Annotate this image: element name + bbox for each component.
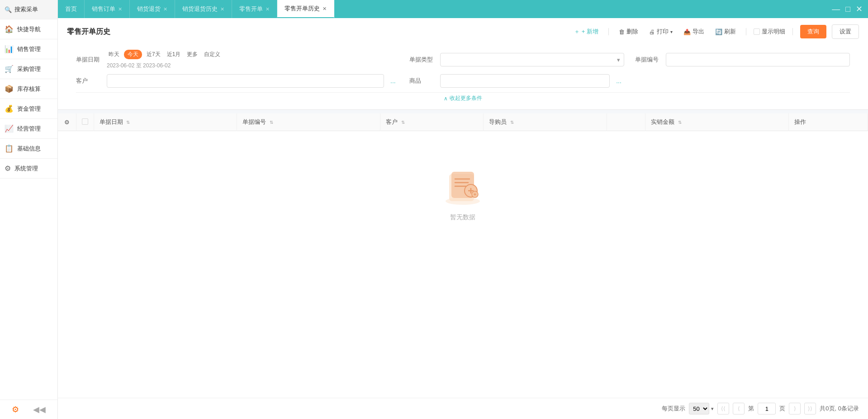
- date-shortcuts: 昨天 今天 近7天 近1月 更多 自定义 2023-06-02 至 2023-0…: [107, 50, 222, 70]
- prev-page-btn[interactable]: ⟨: [733, 403, 745, 414]
- sidebar-item-system-label: 系统管理: [14, 165, 38, 173]
- tab-sales-return-history[interactable]: 销货退货历史 ✕: [175, 0, 232, 18]
- empty-text: 暂无数据: [450, 213, 475, 221]
- col-amount[interactable]: 实销金额 ⇅: [645, 113, 789, 131]
- tab-home[interactable]: 首页: [58, 0, 85, 18]
- tab-retail-open-close[interactable]: ✕: [266, 6, 270, 12]
- sidebar-search[interactable]: 🔍 搜索采单: [0, 0, 57, 19]
- date-btn-more[interactable]: 更多: [185, 50, 199, 59]
- per-page-select[interactable]: 50: [689, 403, 709, 414]
- collapse-button[interactable]: ∧ 收起更多条件: [444, 94, 482, 102]
- chart-icon: 📊: [5, 45, 14, 53]
- date-btn-1month[interactable]: 近1月: [165, 50, 183, 59]
- home-icon: 🏠: [5, 25, 14, 33]
- export-button[interactable]: 📤 导出: [681, 26, 707, 38]
- doc-no-label: 单据编号: [635, 56, 662, 64]
- tab-sales-return[interactable]: 销货退货 ✕: [130, 0, 175, 18]
- settings-button[interactable]: 设置: [832, 24, 859, 39]
- first-page-btn[interactable]: ⟨⟨: [717, 403, 729, 414]
- toolbar-sep-3: [792, 28, 793, 35]
- col-salesperson[interactable]: 导购员 ⇅: [484, 113, 607, 131]
- col-salesperson-label: 导购员: [489, 118, 507, 125]
- product-filter: 商品 ...: [409, 74, 624, 88]
- customer-input[interactable]: [107, 74, 384, 88]
- page-title-row: 零售开单历史 ＋ + 新增 🗑 删除 🖨 打印 ▾: [67, 24, 859, 39]
- col-customer-sort-icon: ⇅: [401, 120, 405, 125]
- doc-type-label: 单据类型: [409, 56, 436, 64]
- refresh-button[interactable]: 🔄 刷新: [712, 26, 739, 38]
- print-label: 打印: [657, 28, 669, 36]
- sidebar-item-finance[interactable]: 💰 资金管理: [0, 99, 57, 119]
- sidebar-item-purchase-label: 采购管理: [17, 65, 41, 73]
- window-close-icon[interactable]: ✕: [856, 4, 863, 14]
- export-label: 导出: [693, 28, 704, 36]
- sidebar-item-purchase[interactable]: 🛒 采购管理: [0, 59, 57, 79]
- sidebar-item-system[interactable]: ⚙ 系统管理: [0, 159, 57, 179]
- date-btn-custom[interactable]: 自定义: [202, 50, 222, 59]
- print-dropdown-icon: ▾: [670, 29, 673, 34]
- col-settings[interactable]: ⚙: [58, 113, 76, 131]
- show-detail-toggle[interactable]: 显示明细: [754, 28, 785, 36]
- add-label: + 新增: [582, 28, 598, 36]
- clipboard-icon: 📋: [5, 144, 14, 153]
- tab-sales-order[interactable]: 销售订单 ✕: [85, 0, 130, 18]
- col-no[interactable]: 单据编号 ⇅: [237, 113, 380, 131]
- col-date-sort-icon: ⇅: [126, 120, 130, 125]
- product-input[interactable]: [440, 74, 610, 88]
- date-btn-today[interactable]: 今天: [124, 50, 142, 59]
- print-button[interactable]: 🖨 打印 ▾: [646, 26, 675, 38]
- page-input[interactable]: [758, 403, 776, 414]
- sidebar-item-inventory[interactable]: 📦 库存核算: [0, 79, 57, 99]
- page-label: 第: [748, 405, 754, 413]
- customer-dots-btn[interactable]: ...: [388, 77, 398, 85]
- tab-sales-order-close[interactable]: ✕: [118, 6, 122, 12]
- tab-sales-return-history-close[interactable]: ✕: [220, 6, 224, 12]
- sidebar-item-quick-nav[interactable]: 🏠 快捷导航: [0, 19, 57, 39]
- sidebar-item-sales[interactable]: 📊 销售管理: [0, 39, 57, 59]
- tab-home-label: 首页: [65, 5, 77, 13]
- doc-no-filter: 单据编号: [635, 53, 850, 66]
- table-body: 暂无数据: [58, 131, 868, 258]
- toolbar-sep-2: [746, 28, 746, 35]
- tab-retail-open[interactable]: 零售开单 ✕: [232, 0, 277, 18]
- date-range: 2023-06-02 至 2023-06-02: [107, 62, 222, 70]
- cart-icon: 🛒: [5, 65, 14, 73]
- tab-retail-history[interactable]: 零售开单历史 ✕: [277, 0, 334, 18]
- last-page-btn[interactable]: ⟩⟩: [804, 403, 816, 414]
- product-dots-btn[interactable]: ...: [613, 77, 624, 85]
- page-title: 零售开单历史: [67, 27, 110, 37]
- query-button[interactable]: 查询: [800, 25, 826, 38]
- tab-retail-history-close[interactable]: ✕: [323, 6, 327, 12]
- trending-icon: 📈: [5, 124, 14, 133]
- settings-bottom-icon[interactable]: ⚙: [12, 405, 19, 414]
- window-maximize-icon[interactable]: □: [845, 5, 850, 14]
- col-customer[interactable]: 客户 ⇅: [380, 113, 484, 131]
- col-date-label: 单据日期: [100, 118, 123, 125]
- gear-icon: ⚙: [5, 164, 11, 173]
- doc-type-select[interactable]: ▾: [440, 53, 624, 66]
- select-all-checkbox[interactable]: [82, 118, 88, 125]
- next-page-btn[interactable]: ⟩: [789, 403, 801, 414]
- date-filter: 单据日期 昨天 今天 近7天 近1月 更多 自定义 2023-06-02 至 2…: [76, 50, 398, 70]
- col-date[interactable]: 单据日期 ⇅: [94, 113, 237, 131]
- tab-sales-return-close[interactable]: ✕: [163, 6, 167, 12]
- date-btn-yesterday[interactable]: 昨天: [107, 50, 121, 59]
- collapse-sidebar-icon[interactable]: ◀◀: [33, 405, 46, 414]
- sidebar-item-quick-nav-label: 快捷导航: [17, 25, 41, 33]
- sidebar-search-label: 搜索采单: [14, 5, 38, 14]
- delete-button[interactable]: 🗑 删除: [616, 26, 641, 38]
- tab-retail-history-label: 零售开单历史: [285, 5, 320, 13]
- sidebar-item-operation[interactable]: 📈 经营管理: [0, 119, 57, 139]
- content-area: 零售开单历史 ＋ + 新增 🗑 删除 🖨 打印 ▾: [58, 18, 868, 419]
- tab-retail-open-label: 零售开单: [239, 5, 263, 13]
- doc-type-dropdown-icon: ▾: [617, 56, 620, 63]
- collapse-label: 收起更多条件: [450, 94, 482, 102]
- box-icon: 📦: [5, 85, 14, 93]
- sidebar-item-basic[interactable]: 📋 基础信息: [0, 139, 57, 159]
- doc-no-input[interactable]: [666, 53, 850, 66]
- add-button[interactable]: ＋ + 新增: [571, 26, 601, 38]
- col-no-label: 单据编号: [242, 118, 266, 125]
- date-btn-7days[interactable]: 近7天: [145, 50, 162, 59]
- product-label: 商品: [409, 77, 436, 85]
- window-minimize-icon[interactable]: —: [832, 5, 840, 14]
